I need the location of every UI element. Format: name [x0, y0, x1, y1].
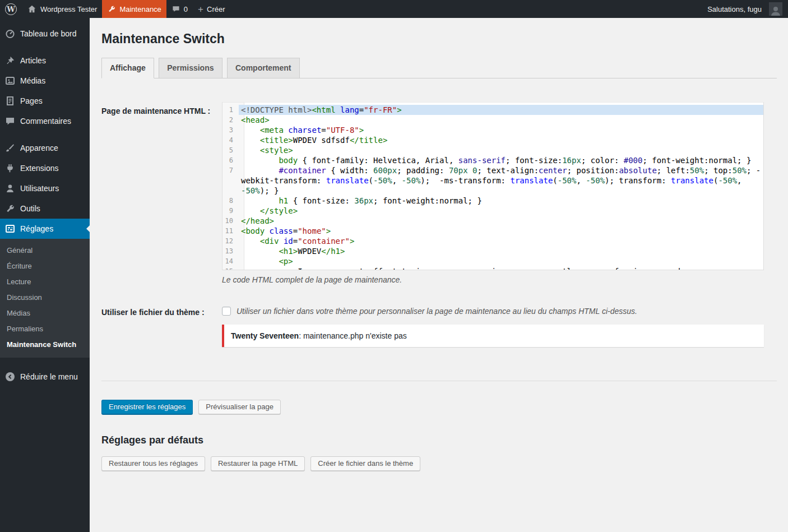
notice-message: : maintenance.php n'existe pas — [299, 331, 407, 340]
theme-file-checkbox[interactable] — [222, 307, 231, 316]
actions-row: Enregistrer les réglages Prévisualiser l… — [101, 400, 777, 414]
sidebar-item-label: Réglages — [20, 224, 53, 234]
maintenance-label: Maintenance — [119, 5, 161, 13]
sidebar-item-posts[interactable]: Articles — [0, 50, 90, 71]
sidebar-item-appearance[interactable]: Apparence — [0, 138, 90, 158]
comments-bubble-icon — [171, 4, 180, 13]
new-content-menu[interactable]: + Créer — [193, 0, 230, 18]
notice-theme-name: Twenty Seventeen — [231, 331, 299, 340]
theme-file-form-row: Utiliser le fichier du thème : Utiliser … — [101, 303, 777, 347]
my-account-menu[interactable]: Salutations, fugu — [702, 0, 788, 18]
theme-file-notice: Twenty Seventeen: maintenance.php n'exis… — [222, 325, 764, 347]
comments-icon — [4, 115, 16, 127]
submenu-item-discussion[interactable]: Discussion — [0, 290, 90, 306]
tools-icon — [4, 203, 16, 214]
theme-file-description: Utiliser un fichier dans votre thème pou… — [237, 307, 637, 316]
sidebar-item-label: Commentaires — [20, 116, 71, 126]
plugins-icon — [4, 163, 16, 174]
sidebar-item-dashboard[interactable]: Tableau de bord — [0, 24, 90, 44]
create-theme-file-button[interactable]: Créer le fichier dans le thème — [310, 456, 420, 471]
tab-affichage[interactable]: Affichage — [101, 58, 154, 78]
section-divider — [101, 381, 777, 381]
pin-icon — [4, 55, 16, 66]
sidebar-item-label: Utilisateurs — [20, 183, 59, 193]
home-icon — [27, 4, 37, 14]
settings-icon — [4, 223, 16, 234]
dashboard-icon — [4, 28, 16, 39]
menu-separator — [0, 44, 90, 50]
submenu-item-writing[interactable]: Écriture — [0, 258, 90, 274]
settings-tabs: Affichage Permissions Comportement — [101, 58, 777, 78]
main-content: Maintenance Switch Affichage Permissions… — [90, 0, 788, 471]
sidebar-item-pages[interactable]: Pages — [0, 91, 90, 111]
sidebar-item-label: Pages — [20, 96, 43, 106]
comments-admin-bar-item[interactable]: 0 — [166, 0, 193, 18]
site-name-menu[interactable]: Wordpress Tester — [22, 0, 102, 18]
sidebar-item-comments[interactable]: Commentaires — [0, 111, 90, 131]
editor-help-text: Le code HTML complet de la page de maint… — [222, 275, 764, 284]
appearance-icon — [4, 142, 16, 154]
sidebar-item-tools[interactable]: Outils — [0, 198, 90, 219]
sidebar-item-media[interactable]: Médias — [0, 71, 90, 91]
submenu-item-general[interactable]: Général — [0, 243, 90, 258]
greeting-label: Salutations, fugu — [707, 5, 762, 13]
wordpress-logo-menu[interactable]: W — [0, 0, 22, 18]
plus-icon: + — [198, 4, 203, 14]
page-title: Maintenance Switch — [101, 18, 777, 53]
submenu-item-permalinks[interactable]: Permaliens — [0, 321, 90, 337]
defaults-section-title: Réglages par défauts — [101, 434, 777, 446]
tab-comportement[interactable]: Comportement — [227, 58, 300, 78]
collapse-menu-button[interactable]: Réduire le menu — [0, 367, 90, 387]
sidebar-item-label: Outils — [20, 203, 40, 214]
submenu-item-maintenance-switch[interactable]: Maintenance Switch — [0, 337, 90, 353]
html-field-label: Page de maintenance HTML : — [101, 102, 222, 115]
collapse-icon — [4, 371, 16, 382]
save-settings-button[interactable]: Enregistrer les réglages — [101, 400, 193, 414]
admin-bar: W Wordpress Tester Maintenance 0 + Créer… — [0, 0, 788, 18]
sidebar-item-users[interactable]: Utilisateurs — [0, 178, 90, 198]
media-icon — [4, 75, 16, 86]
sidebar-item-label: Tableau de bord — [20, 29, 76, 39]
admin-bar-spacer — [230, 0, 703, 18]
collapse-menu-label: Réduire le menu — [20, 372, 78, 382]
menu-separator — [0, 131, 90, 138]
submenu-item-reading[interactable]: Lecture — [0, 274, 90, 290]
html-form-row: Page de maintenance HTML : 1<!DOCTYPE ht… — [101, 102, 777, 284]
maintenance-html-editor[interactable]: 1<!DOCTYPE html><html lang="fr-FR">2<hea… — [222, 102, 764, 270]
sidebar-item-label: Médias — [20, 76, 45, 86]
theme-file-label: Utiliser le fichier du thème : — [101, 303, 222, 317]
maintenance-admin-bar-item[interactable]: Maintenance — [102, 0, 166, 18]
restore-html-page-button[interactable]: Restaurer la page HTML — [211, 456, 305, 471]
current-menu-arrow — [83, 225, 90, 232]
submenu-item-media[interactable]: Médias — [0, 306, 90, 321]
users-icon — [4, 183, 16, 194]
sidebar-item-plugins[interactable]: Extensions — [0, 158, 90, 178]
avatar — [769, 2, 782, 16]
comments-count: 0 — [184, 5, 188, 13]
code-editor-lines: 1<!DOCTYPE html><html lang="fr-FR">2<hea… — [223, 105, 763, 270]
wordpress-logo-icon: W — [5, 3, 17, 15]
tab-permissions[interactable]: Permissions — [159, 58, 222, 78]
restore-all-settings-button[interactable]: Restaurer tous les réglages — [101, 456, 205, 471]
sidebar-item-label: Extensions — [20, 163, 58, 173]
new-content-label: Créer — [207, 5, 225, 13]
preview-page-button[interactable]: Prévisualiser la page — [198, 400, 281, 414]
settings-submenu: Général Écriture Lecture Discussion Médi… — [0, 239, 90, 358]
site-name-label: Wordpress Tester — [40, 5, 97, 13]
sidebar-item-settings[interactable]: Réglages — [0, 219, 90, 239]
sidebar-item-label: Articles — [20, 55, 46, 66]
defaults-actions-row: Restaurer tous les réglages Restaurer la… — [101, 456, 777, 471]
admin-sidebar: Tableau de bord Articles Médias Pages C — [0, 18, 90, 532]
pages-icon — [4, 95, 16, 107]
sidebar-item-label: Apparence — [20, 143, 58, 153]
wrench-icon — [107, 4, 116, 13]
